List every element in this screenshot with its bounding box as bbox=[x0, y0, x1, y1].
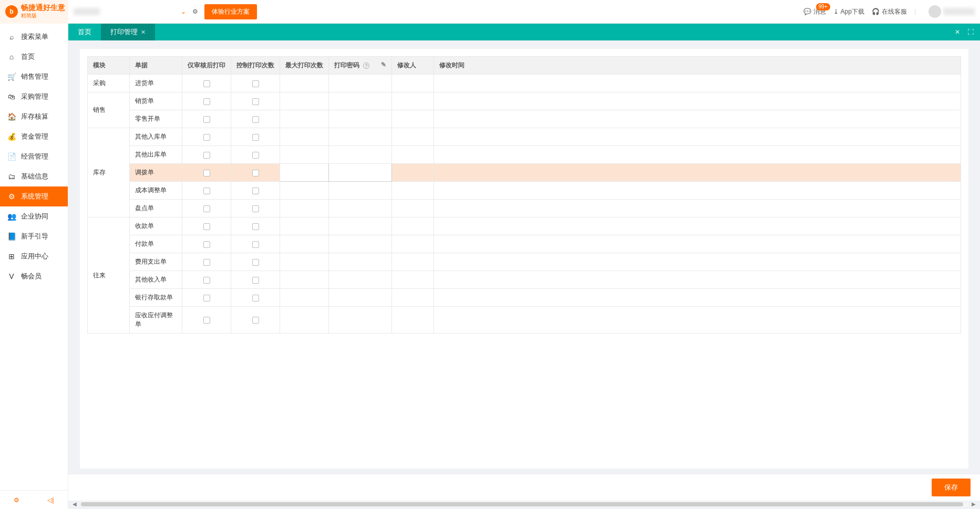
tab-bar: 首页打印管理✕ ✕ ⛶ bbox=[68, 24, 980, 40]
sidebar-item-apps[interactable]: ⊞应用中心 bbox=[0, 246, 68, 266]
module-cell: 销售 bbox=[88, 92, 130, 128]
checkbox[interactable] bbox=[252, 80, 259, 87]
audit-only-cell bbox=[182, 182, 231, 200]
checkbox[interactable] bbox=[203, 152, 210, 159]
table-row: 应收应付调整单 bbox=[88, 307, 961, 334]
audit-only-cell bbox=[182, 128, 231, 146]
help-icon[interactable]: ? bbox=[363, 63, 369, 69]
audit-only-cell bbox=[182, 307, 231, 334]
online-service-link[interactable]: 🎧 在线客服 bbox=[872, 7, 907, 16]
sidebar-item-inventory[interactable]: 🏠库存核算 bbox=[0, 107, 68, 127]
sidebar-item-member[interactable]: V畅会员 bbox=[0, 266, 68, 286]
checkbox[interactable] bbox=[203, 134, 210, 141]
print-settings-panel: 模块 单据 仅审核后打印 控制打印次数 最大打印次数 打印密码 ? ✎ bbox=[80, 49, 968, 469]
tab-close-icon[interactable]: ✕ bbox=[141, 29, 146, 36]
settings-gear-icon[interactable]: ⚙ bbox=[192, 8, 198, 15]
checkbox[interactable] bbox=[252, 188, 259, 194]
sidebar-item-home[interactable]: ⌂首页 bbox=[0, 47, 68, 67]
checkbox[interactable] bbox=[203, 277, 210, 284]
app-download-label: App下载 bbox=[841, 7, 864, 16]
modifier-cell bbox=[392, 110, 434, 128]
horizontal-scrollbar[interactable]: ◀ ▶ bbox=[80, 502, 968, 507]
checkbox[interactable] bbox=[203, 116, 210, 123]
sidebar-item-purchase[interactable]: 🛍采购管理 bbox=[0, 87, 68, 107]
checkbox[interactable] bbox=[252, 134, 259, 141]
sidebar-item-guide[interactable]: 📘新手引导 bbox=[0, 226, 68, 246]
modifier-cell bbox=[392, 164, 434, 182]
password-input[interactable] bbox=[330, 167, 390, 179]
th-control-count: 控制打印次数 bbox=[231, 57, 280, 75]
user-profile[interactable] bbox=[923, 5, 975, 18]
sidebar-item-sales[interactable]: 🛒销售管理 bbox=[0, 67, 68, 87]
audit-only-cell bbox=[182, 146, 231, 164]
scroll-left-icon[interactable]: ◀ bbox=[73, 501, 77, 507]
audit-only-cell bbox=[182, 110, 231, 128]
headset-icon: 🎧 bbox=[872, 8, 880, 15]
th-modify-time: 修改时间 bbox=[434, 57, 961, 75]
checkbox[interactable] bbox=[203, 241, 210, 248]
max-count-cell bbox=[280, 253, 329, 271]
password-cell bbox=[329, 92, 392, 110]
modifier-cell bbox=[392, 200, 434, 217]
modify-time-cell bbox=[434, 200, 961, 217]
sidebar-item-collab[interactable]: 👥企业协同 bbox=[0, 206, 68, 226]
checkbox[interactable] bbox=[203, 98, 210, 105]
checkbox[interactable] bbox=[252, 205, 259, 212]
table-row: 付款单 bbox=[88, 235, 961, 253]
checkbox[interactable] bbox=[252, 295, 259, 302]
sidebar-item-search-menu[interactable]: ⌕搜索菜单 bbox=[0, 27, 68, 47]
collapse-sidebar-icon[interactable]: ◁| bbox=[47, 496, 54, 504]
modifier-cell bbox=[392, 253, 434, 271]
checkbox[interactable] bbox=[252, 223, 259, 230]
checkbox[interactable] bbox=[203, 205, 210, 212]
checkbox[interactable] bbox=[252, 98, 259, 105]
checkbox[interactable] bbox=[203, 188, 210, 194]
nav-list: ⌕搜索菜单⌂首页🛒销售管理🛍采购管理🏠库存核算💰资金管理📄经营管理🗂基础信息⚙系… bbox=[0, 24, 68, 490]
edit-column-icon[interactable]: ✎ bbox=[381, 61, 386, 68]
checkbox[interactable] bbox=[252, 241, 259, 248]
checkbox[interactable] bbox=[203, 80, 210, 87]
sidebar-item-funds[interactable]: 💰资金管理 bbox=[0, 127, 68, 147]
fullscreen-icon[interactable]: ⛶ bbox=[967, 28, 974, 36]
message-icon: 💬 bbox=[803, 8, 811, 15]
tab-0[interactable]: 首页 bbox=[68, 24, 101, 40]
tab-1[interactable]: 打印管理✕ bbox=[101, 24, 155, 40]
modify-time-cell bbox=[434, 289, 961, 307]
checkbox[interactable] bbox=[252, 259, 259, 266]
modifier-cell bbox=[392, 182, 434, 200]
close-all-tabs-icon[interactable]: ✕ bbox=[955, 28, 960, 36]
checkbox[interactable] bbox=[203, 295, 210, 302]
username-blurred bbox=[943, 8, 975, 15]
control-count-cell bbox=[231, 75, 280, 92]
purchase-icon: 🛍 bbox=[7, 92, 16, 101]
checkbox[interactable] bbox=[252, 116, 259, 123]
max-count-input[interactable] bbox=[281, 167, 327, 179]
checkbox[interactable] bbox=[252, 170, 259, 176]
save-button[interactable]: 保存 bbox=[932, 479, 971, 496]
checkbox[interactable] bbox=[252, 317, 259, 324]
modifier-cell bbox=[392, 289, 434, 307]
th-audit-only: 仅审核后打印 bbox=[182, 57, 231, 75]
tenant-selector[interactable]: ⌄ bbox=[74, 8, 186, 15]
th-module: 模块 bbox=[88, 57, 130, 75]
scroll-right-icon[interactable]: ▶ bbox=[972, 501, 976, 507]
checkbox[interactable] bbox=[252, 152, 259, 159]
control-count-cell bbox=[231, 253, 280, 271]
checkbox[interactable] bbox=[203, 223, 210, 230]
app-download-link[interactable]: ⤓ App下载 bbox=[833, 7, 864, 16]
sidebar-item-system[interactable]: ⚙系统管理 bbox=[0, 186, 68, 206]
doc-cell: 盘点单 bbox=[130, 200, 182, 217]
module-cell: 往来 bbox=[88, 217, 130, 334]
control-count-cell bbox=[231, 146, 280, 164]
checkbox[interactable] bbox=[252, 277, 259, 284]
messages-link[interactable]: 💬 消息 99+ bbox=[803, 7, 826, 16]
checkbox[interactable] bbox=[203, 259, 210, 266]
industry-plan-button[interactable]: 体验行业方案 bbox=[204, 4, 257, 19]
checkbox[interactable] bbox=[203, 317, 210, 324]
footer-settings-icon[interactable]: ⚙ bbox=[14, 496, 19, 504]
password-cell bbox=[329, 200, 392, 217]
sidebar-item-operation[interactable]: 📄经营管理 bbox=[0, 147, 68, 167]
checkbox[interactable] bbox=[203, 170, 210, 176]
table-row: 银行存取款单 bbox=[88, 289, 961, 307]
sidebar-item-basic[interactable]: 🗂基础信息 bbox=[0, 167, 68, 186]
